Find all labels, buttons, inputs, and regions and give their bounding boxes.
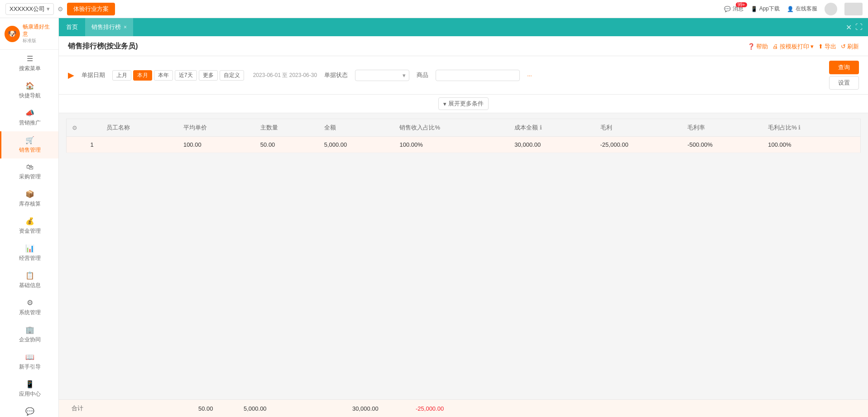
date-btn-last-month[interactable]: 上月 bbox=[112, 70, 131, 81]
app-download-item[interactable]: 📱 App下载 bbox=[751, 5, 780, 13]
tab-right-actions: ✕ ⛶ bbox=[846, 23, 868, 32]
apps-icon: 📱 bbox=[25, 380, 34, 388]
finance-icon: 💰 bbox=[25, 217, 34, 225]
logo-sub: 标准版 bbox=[23, 38, 54, 44]
profit-pct-info-icon[interactable]: ℹ bbox=[798, 124, 801, 131]
sidebar-item-search-order[interactable]: ☰ 搜索菜单 bbox=[0, 50, 58, 77]
tab-sales-ranking-label: 销售排行榜 bbox=[91, 23, 121, 31]
company-name: XXXXXX公司 bbox=[10, 5, 45, 13]
export-link[interactable]: ⬆ 导出 bbox=[818, 43, 836, 51]
tab-sales-ranking[interactable]: 销售排行榜 × bbox=[85, 18, 133, 36]
help-icon: ❓ bbox=[748, 43, 755, 50]
date-btn-custom[interactable]: 自定义 bbox=[220, 70, 244, 81]
sidebar-item-marketing[interactable]: 📣 营销推广 bbox=[0, 104, 58, 131]
message-icon-item[interactable]: 💬 消息 99+ bbox=[724, 5, 743, 13]
td-profit-pct: 100.00% bbox=[762, 137, 860, 153]
refresh-link[interactable]: ↺ 刷新 bbox=[841, 43, 859, 51]
product-more-icon[interactable]: ··· bbox=[527, 72, 532, 79]
sidebar-item-sales[interactable]: 🛒 销售管理 bbox=[0, 131, 58, 158]
date-btn-more[interactable]: 更多 bbox=[199, 70, 218, 81]
help-link[interactable]: ❓ 帮助 bbox=[748, 43, 768, 51]
sidebar-item-basic[interactable]: 📋 基础信息 bbox=[0, 267, 58, 294]
page-actions: ❓ 帮助 🖨 按模板打印 ▾ ⬆ 导出 ↺ bbox=[748, 43, 859, 51]
sidebar-item-operation[interactable]: 📊 经营管理 bbox=[0, 240, 58, 267]
content-area: 首页 销售排行榜 × ✕ ⛶ 销售排行榜(按业务员) ❓ bbox=[59, 18, 868, 417]
date-btn-this-month[interactable]: 本月 bbox=[133, 70, 152, 81]
sidebar-label-basic: 基础信息 bbox=[19, 282, 41, 289]
th-cost: 成本全额 ℹ bbox=[509, 119, 595, 137]
logo-text: 畅康通好生意 bbox=[23, 24, 54, 38]
td-name bbox=[101, 137, 178, 153]
company-selector[interactable]: XXXXXX公司 ▾ bbox=[5, 3, 54, 15]
print-dropdown-icon: ▾ bbox=[810, 43, 814, 50]
tab-close-icon[interactable]: × bbox=[124, 24, 127, 30]
th-settings: ⚙ bbox=[67, 119, 83, 137]
sidebar-label-quick-nav: 快捷导航 bbox=[19, 92, 41, 100]
app-icon: 📱 bbox=[751, 6, 758, 12]
sidebar-item-apps[interactable]: 📱 应用中心 bbox=[0, 375, 58, 403]
message-icon: 💬 bbox=[724, 6, 731, 12]
logo-text-group: 畅康通好生意 标准版 bbox=[23, 24, 54, 44]
column-settings-icon[interactable]: ⚙ bbox=[72, 125, 77, 131]
th-name: 员工名称 bbox=[101, 119, 178, 137]
tab-maximize-btn[interactable]: ⛶ bbox=[855, 23, 863, 31]
table-body: 1 100.00 50.00 5,000.00 100.00% 30,000.0… bbox=[67, 137, 861, 153]
th-profit-rate: 毛利率 bbox=[682, 119, 762, 137]
td-profit: -25,000.00 bbox=[595, 137, 682, 153]
enterprise-icon: 🏢 bbox=[25, 326, 34, 334]
cost-info-icon[interactable]: ℹ bbox=[540, 124, 542, 131]
sidebar-label-guide: 新手引导 bbox=[19, 363, 41, 371]
tab-home-label: 首页 bbox=[66, 23, 78, 31]
inventory-icon: 📦 bbox=[25, 190, 34, 198]
online-service-item[interactable]: 👤 在线客服 bbox=[787, 5, 817, 13]
top-right-actions: 💬 消息 99+ 📱 App下载 👤 在线客服 bbox=[724, 3, 863, 15]
footer-amount: 5,000.00 bbox=[244, 405, 298, 412]
sidebar-item-finance[interactable]: 💰 资金管理 bbox=[0, 212, 58, 240]
expand-more-btn[interactable]: ▾ 展开更多条件 bbox=[438, 97, 489, 110]
sidebar-label-operation: 经营管理 bbox=[19, 254, 41, 262]
table-wrap: ⚙ 员工名称 平均单价 主数量 全额 销售收入占比% 成本全额 ℹ 毛利 bbox=[59, 113, 868, 399]
export-icon: ⬆ bbox=[818, 43, 823, 50]
service-icon: 👤 bbox=[787, 6, 794, 12]
product-input[interactable] bbox=[436, 70, 520, 81]
avatar[interactable] bbox=[825, 3, 837, 15]
filter-expand-icon[interactable]: ▶ bbox=[68, 70, 74, 80]
date-btn-7days[interactable]: 近7天 bbox=[175, 70, 197, 81]
th-avg-price: 平均单价 bbox=[178, 119, 255, 137]
tab-home[interactable]: 首页 bbox=[59, 18, 85, 36]
status-select[interactable] bbox=[355, 70, 409, 81]
query-button[interactable]: 查询 bbox=[829, 61, 859, 74]
gear-icon[interactable]: ⚙ bbox=[58, 5, 63, 13]
page-title-row: 销售排行榜(按业务员) ❓ 帮助 🖨 按模板打印 ▾ ⬆ bbox=[68, 42, 859, 56]
print-link[interactable]: 🖨 按模板打印 ▾ bbox=[772, 43, 814, 51]
th-amount: 全额 bbox=[319, 119, 394, 137]
td-quantity: 50.00 bbox=[255, 137, 319, 153]
user-name-placeholder bbox=[844, 3, 863, 15]
expand-chevron-icon: ▾ bbox=[443, 101, 446, 107]
sidebar-item-enterprise[interactable]: 🏢 企业协同 bbox=[0, 321, 58, 348]
tab-close-window-btn[interactable]: ✕ bbox=[846, 23, 852, 32]
sidebar-label-finance: 资金管理 bbox=[19, 227, 41, 235]
sidebar-item-system[interactable]: ⚙ 系统管理 bbox=[0, 294, 58, 321]
sidebar-item-wechat[interactable]: 💬 企业微信 bbox=[0, 403, 58, 417]
operation-icon: 📊 bbox=[25, 244, 34, 253]
trial-button[interactable]: 体验行业方案 bbox=[67, 3, 115, 15]
date-btn-this-year[interactable]: 本年 bbox=[154, 70, 173, 81]
footer-label: 合计 bbox=[72, 404, 153, 412]
settings-button[interactable]: 设置 bbox=[829, 76, 859, 90]
data-table: ⚙ 员工名称 平均单价 主数量 全额 销售收入占比% 成本全额 ℹ 毛利 bbox=[66, 119, 861, 153]
sidebar-logo: 🐶 畅康通好生意 标准版 bbox=[0, 18, 58, 50]
sidebar-item-purchase[interactable]: 🛍 采购管理 bbox=[0, 158, 58, 185]
sidebar-item-guide[interactable]: 📖 新手引导 bbox=[0, 348, 58, 375]
sidebar-item-inventory[interactable]: 📦 库存核算 bbox=[0, 185, 58, 212]
product-label: 商品 bbox=[417, 71, 428, 79]
date-options: 上月 本月 本年 近7天 更多 自定义 bbox=[112, 70, 244, 81]
refresh-icon: ↺ bbox=[841, 43, 846, 50]
print-icon: 🖨 bbox=[772, 43, 778, 50]
sidebar-item-quick-nav[interactable]: 🏠 快捷导航 bbox=[0, 77, 58, 104]
help-label: 帮助 bbox=[756, 43, 768, 51]
page-header: 销售排行榜(按业务员) ❓ 帮助 🖨 按模板打印 ▾ ⬆ bbox=[59, 36, 868, 56]
date-label: 单据日期 bbox=[82, 71, 105, 79]
td-settings bbox=[67, 137, 83, 153]
sales-icon: 🛒 bbox=[25, 136, 34, 144]
